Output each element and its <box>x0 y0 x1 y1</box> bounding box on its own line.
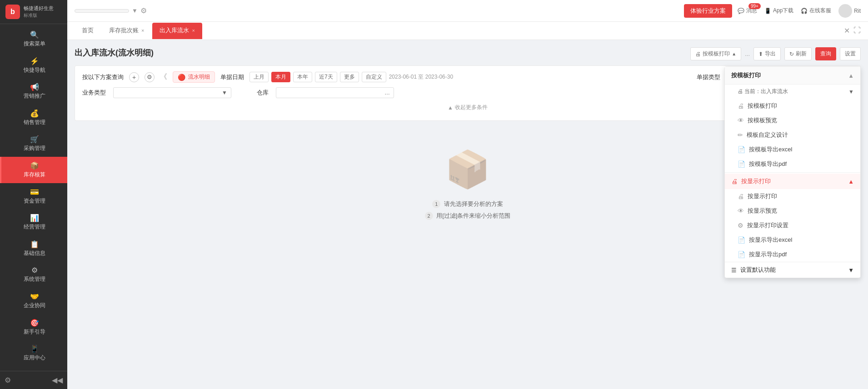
dropdown-group-item-0[interactable]: 🖨 按显示打印 <box>725 189 860 204</box>
sidebar-item-base[interactable]: 📋基础信息 <box>0 235 67 262</box>
dropdown-item-3[interactable]: 📄 按模板导出excel <box>725 142 860 157</box>
dropdown-item-label-3: 按模板导出excel <box>749 145 792 154</box>
tab-close-icon[interactable]: × <box>192 28 195 33</box>
nav-icon-purchase: 🛒 <box>30 135 39 144</box>
dropdown-group-item-3[interactable]: 📄 按显示导出excel <box>725 233 860 247</box>
footer-label: 设置默认功能 <box>740 266 776 274</box>
action-more-icon[interactable]: ... <box>745 50 750 57</box>
date-btn-近7天[interactable]: 近7天 <box>315 72 337 82</box>
dropdown-item-1[interactable]: 👁 按模板预览 <box>725 113 860 128</box>
dropdown-divider <box>725 172 860 173</box>
dropdown-group-item-4[interactable]: 📄 按显示导出pdf <box>725 247 860 262</box>
dropdown-item-4[interactable]: 📄 按模板导出pdf <box>725 157 860 171</box>
sidebar-item-wechat[interactable]: 💬企业微信 <box>0 366 67 371</box>
date-btn-更多[interactable]: 更多 <box>340 72 359 82</box>
nav-label-enterprise: 企业协同 <box>24 302 45 309</box>
page-content: 出入库流水(流水明细) 按以下方案查询 + ⚙ 《 🔴 流水明细 单据日期 上月… <box>67 40 868 389</box>
nav-icon-quick-nav: ⚡ <box>30 57 39 65</box>
current-chevron: ▼ <box>848 89 854 95</box>
collapse-sidebar-icon[interactable]: ◀◀ <box>52 376 63 384</box>
refresh-btn[interactable]: ↻ 刷新 <box>784 47 812 60</box>
topbar-gear-icon[interactable]: ⚙ <box>140 6 147 15</box>
user-avatar-area[interactable]: Rit <box>838 4 861 18</box>
sidebar-item-purchase[interactable]: 🛒采购管理 <box>0 130 67 157</box>
tab-label: 出入库流水 <box>160 26 189 35</box>
filter-gear-button[interactable]: ⚙ <box>145 72 155 82</box>
tab-库存批次账[interactable]: 库存批次账× <box>102 23 151 39</box>
close-all-icon[interactable]: ✕ <box>844 26 850 35</box>
industry-btn[interactable]: 体验行业方案 <box>684 4 732 18</box>
nav-label-operations: 经营管理 <box>24 224 45 231</box>
dropdown-panel: 按模板打印 ▲ 🖨 当前：出入库流水 ▼ 🖨 按模板打印 👁 按模板预览 ✏ 模… <box>724 66 861 278</box>
filter-add-button[interactable]: + <box>129 72 139 82</box>
date-btn-自定义[interactable]: 自定义 <box>362 72 386 82</box>
sidebar-item-inventory[interactable]: 📦库存核算 <box>0 157 67 183</box>
warehouse-label: 仓库 <box>257 89 269 97</box>
date-btn-本年[interactable]: 本年 <box>293 72 312 82</box>
customer-service-icon: 🎧 <box>801 8 808 14</box>
sidebar-item-guide[interactable]: 🎯新手引导 <box>0 314 67 340</box>
user-dropdown-icon[interactable]: ▼ <box>132 7 138 14</box>
message-item[interactable]: 💬 消息 99+ <box>738 7 757 15</box>
query-btn[interactable]: 查询 <box>815 47 836 60</box>
filter-tag-label: 流水明细 <box>188 73 210 81</box>
warehouse-select[interactable]: … <box>276 87 394 98</box>
nav-icon-sales: 💰 <box>30 109 39 118</box>
settings-btn[interactable]: 设置 <box>840 47 861 60</box>
filter-tag: 🔴 流水明细 <box>173 71 215 83</box>
dropdown-header: 按模板打印 ▲ <box>725 67 860 85</box>
dropdown-footer[interactable]: ☰ 设置默认功能 ▼ <box>725 262 860 278</box>
tab-close-icon[interactable]: × <box>141 28 144 33</box>
sidebar-item-app-center[interactable]: 📱应用中心 <box>0 340 67 366</box>
customer-service-item[interactable]: 🎧 在线客服 <box>801 7 831 15</box>
tab-label: 库存批次账 <box>109 26 139 35</box>
dropdown-item-0[interactable]: 🖨 按模板打印 <box>725 99 860 113</box>
message-icon: 💬 <box>738 8 744 14</box>
logo-text: 畅捷通好生意 <box>24 5 54 12</box>
sidebar-item-system[interactable]: ⚙系统管理 <box>0 261 67 288</box>
dropdown-item-icon-0: 🖨 <box>738 102 744 110</box>
sidebar-item-operations[interactable]: 📊经营管理 <box>0 209 67 235</box>
maximize-icon[interactable]: ⛶ <box>853 26 861 35</box>
sidebar-footer: ⚙ ◀◀ <box>0 371 67 389</box>
current-label: 🖨 当前：出入库流水 <box>738 88 788 95</box>
footer-chevron: ▼ <box>848 267 854 274</box>
user-name-area[interactable] <box>75 9 129 13</box>
date-filter: 上月本月本年近7天更多自定义2023-06-01 至 2023-06-30 <box>249 72 453 82</box>
print-template-btn[interactable]: 🖨 按模板打印 ▲ <box>690 47 741 60</box>
date-btn-上月[interactable]: 上月 <box>249 72 269 82</box>
tab-label: 首页 <box>82 26 94 35</box>
sidebar-item-marketing[interactable]: 📢营销推广 <box>0 78 67 105</box>
nav-icon-search: 🔍 <box>30 30 39 39</box>
sidebar-item-enterprise[interactable]: 🤝企业协同 <box>0 288 67 314</box>
nav-label-quick-nav: 快捷导航 <box>24 67 45 74</box>
nav-label-marketing: 营销推广 <box>24 93 45 100</box>
date-btn-本月[interactable]: 本月 <box>271 72 290 82</box>
dropdown-group-item-icon-4: 📄 <box>738 251 745 258</box>
tip-number-2: 2 <box>425 212 433 220</box>
dropdown-title: 按模板打印 <box>731 71 761 80</box>
sidebar-item-quick-nav[interactable]: ⚡快捷导航 <box>0 52 67 79</box>
voucher-type-label: 单据类型 <box>697 73 720 81</box>
business-type-label: 业务类型 <box>82 89 106 97</box>
topbar-user: ▼ ⚙ <box>75 6 678 15</box>
dropdown-group-item-1[interactable]: 👁 按显示预览 <box>725 204 860 218</box>
sidebar-item-finance[interactable]: 💳资金管理 <box>0 183 67 209</box>
settings-icon[interactable]: ⚙ <box>5 376 11 384</box>
tab-首页[interactable]: 首页 <box>75 23 101 39</box>
date-range-display: 2023-06-01 至 2023-06-30 <box>389 73 453 81</box>
nav-icon-finance: 💳 <box>30 188 39 196</box>
dropdown-item-2[interactable]: ✏ 模板自定义设计 <box>725 128 860 142</box>
export-btn[interactable]: ⬆ 导出 <box>753 47 781 60</box>
app-download-item[interactable]: 📱 App下载 <box>764 7 793 15</box>
filter-collapse-icon[interactable]: 《 <box>160 72 167 82</box>
sidebar-item-sales[interactable]: 💰销售管理 <box>0 105 67 131</box>
topbar: ▼ ⚙ 体验行业方案 💬 消息 99+ 📱 App下载 🎧 在线客服 Rit <box>67 0 868 22</box>
business-type-select[interactable]: ▼ <box>113 87 231 98</box>
dropdown-group-item-icon-2: ⚙ <box>738 222 743 229</box>
dropdown-group-item-2[interactable]: ⚙ 按显示打印设置 <box>725 218 860 233</box>
dropdown-up-icon[interactable]: ▲ <box>848 72 854 79</box>
sidebar-item-search[interactable]: 🔍搜索菜单 <box>0 26 67 52</box>
tab-出入库流水[interactable]: 出入库流水× <box>152 23 202 39</box>
dropdown-group-header[interactable]: 🖨 按显示打印 ▲ <box>725 174 860 189</box>
